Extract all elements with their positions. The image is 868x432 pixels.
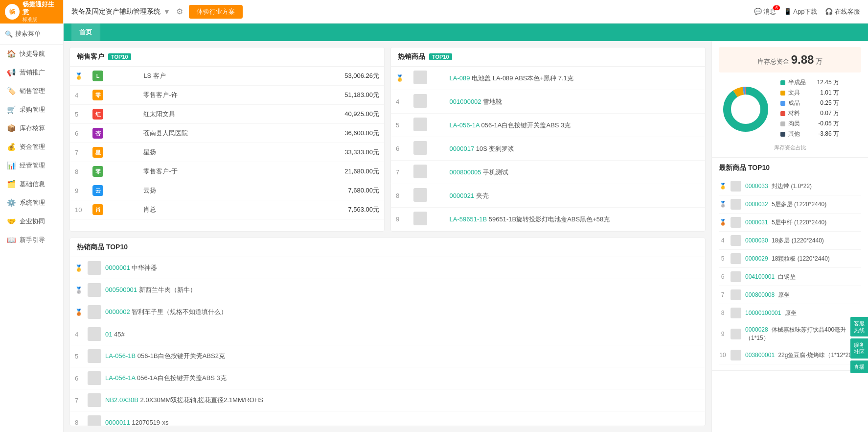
topbar-title: 装备及固定资产辅助管理系统 ▼ [71, 7, 170, 16]
sidebar-item-sales[interactable]: 🏷️ 销售管理 [0, 82, 63, 100]
latest-product-item: 10 003800001 22g鱼豆腐-烧烤味（1*12*20） [719, 346, 861, 364]
legend-value: 0.25 万 [820, 99, 839, 107]
latest-product-item: 9 0000028 体械嘉枝味苏打饮品400毫升（1*15） [719, 322, 861, 346]
sidebar-item-finance[interactable]: 💰 资金管理 [0, 138, 63, 156]
sidebar-item-inventory[interactable]: 📦 库存核算 [0, 119, 63, 138]
product-info: LA-59651-1B 59651-1B旋转投影灯电池盒ABS黑色+58克 [445, 208, 706, 231]
hot-product-item: 7 NB2.0X30B 2.0X30MM双搓花轴,搓花直径2.1MM/ROHS [70, 389, 705, 411]
latest-product-item: 7 000800008 原坐 [719, 286, 861, 304]
sidebar-item-operations[interactable]: 📊 经营管理 [0, 156, 63, 175]
cs-community-btn[interactable]: 服务社区 [850, 338, 868, 359]
right-panel: 库存总资金 9.88 万 [711, 41, 868, 432]
latest-name: 22g鱼豆腐-烧烤味（1*12*20） [778, 352, 858, 359]
product-top10-header: 热销商品 TOP10 [391, 48, 705, 67]
legend-value: 1.01 万 [820, 89, 839, 97]
product-name: 夹壳 [476, 192, 489, 199]
avatar-cell: 肖 [88, 200, 138, 219]
app-download-btn[interactable]: 📱 App下载 [784, 7, 817, 16]
purchase-icon: 🛒 [7, 105, 16, 114]
latest-name: 原坐 [785, 310, 797, 316]
hot-name-text: 中华神器 [132, 264, 157, 271]
customer-row: 5 红 红太阳文具 40,925.00元 [70, 105, 384, 124]
latest-rank: 🥉 [719, 219, 727, 226]
inventory-icon: 📦 [7, 124, 16, 133]
avatar-cell: 星 [88, 143, 138, 162]
hot-rank: 🥉 [75, 309, 84, 316]
customer-amount: 53,006.26元 [274, 67, 384, 86]
hot-products-list: 🥇 0000001 中华神器 🥈 000500001 新西兰牛肉（新牛） 🥉 0… [70, 257, 705, 426]
sidebar-item-system[interactable]: ⚙️ 系统管理 [0, 193, 63, 212]
customer-name: 星扬 [138, 143, 274, 162]
hot-product-item: 🥇 0000001 中华神器 [70, 257, 705, 279]
trial-btn[interactable]: 体验行业方案 [189, 5, 243, 19]
message-btn[interactable]: 💬 6 消息 [754, 7, 777, 16]
latest-rank: 8 [719, 310, 727, 316]
inventory-label: 库存总资金 [757, 58, 789, 65]
cs-hotline-btn[interactable]: 客服热线 [850, 317, 868, 337]
hot-product-image [88, 349, 101, 363]
product-image [413, 94, 427, 108]
customer-avatar: 杏 [92, 128, 103, 139]
nav-tabs: 首页 [64, 24, 868, 41]
sidebar-search[interactable]: 🔍 搜索菜单 [0, 24, 63, 45]
customer-name: 云扬 [138, 181, 274, 200]
settings-icon[interactable]: ⚙ [176, 7, 183, 16]
product-image [413, 141, 427, 155]
avatar-cell: 红 [88, 105, 138, 124]
sidebar-item-purchase[interactable]: 🛒 采购管理 [0, 100, 63, 119]
latest-name: 18颗粒板 (1220*2440) [772, 255, 830, 262]
sidebar-item-marketing[interactable]: 📢 营销推广 [0, 63, 63, 82]
product-info: 0000017 10S 变刹罗浆 [445, 137, 706, 161]
sidebar-item-basic[interactable]: 🗂️ 基础信息 [0, 175, 63, 193]
sidebar-item-cooperation[interactable]: 🤝 企业协同 [0, 212, 63, 231]
operations-icon: 📊 [7, 161, 16, 170]
hot-product-image [88, 283, 101, 297]
product-info: LA-056-1A 056-1A白色按键开关盖ABS 3克 [445, 114, 706, 137]
product-top10-table: 🥇 LA-089 电池盖 LA-089 ABS本色+黑种 7.1克 4 0010… [391, 67, 705, 231]
hot-code: 0000001 [105, 264, 130, 271]
customer-row: 7 星 星扬 33,333.00元 [70, 143, 384, 162]
latest-rank: 7 [719, 291, 727, 298]
hot-name-text: 45# [114, 331, 125, 338]
sidebar-item-label: 采购管理 [20, 105, 45, 114]
hot-product-image [88, 393, 101, 407]
legend-label-text: 材料 [788, 109, 817, 118]
latest-products-title: 最新商品 TOP10 [719, 164, 861, 172]
float-cs: 客服热线 服务社区 直播 [850, 317, 868, 373]
latest-product-info: 0000030 18多层 (1220*2440) [745, 237, 824, 245]
chart-label: 库存资金占比 [719, 144, 861, 151]
customer-amount: 33,333.00元 [274, 143, 384, 162]
dropdown-icon[interactable]: ▼ [163, 8, 170, 16]
legend-label-text: 成品 [788, 99, 817, 107]
hot-product-info: LA-056-1B 056-1B白色按键开关壳ABS2克 [105, 352, 700, 360]
customer-amount: 51,183.00元 [274, 86, 384, 105]
prod-img-cell [409, 137, 445, 161]
product-code: 001000002 [450, 98, 481, 105]
latest-code: 0000030 [745, 237, 768, 244]
latest-product-info: 003800001 22g鱼豆腐-烧烤味（1*12*20） [745, 351, 858, 360]
basic-icon: 🗂️ [7, 180, 16, 189]
latest-rank: 4 [719, 237, 727, 244]
donut-area: 半成品 12.45 万 文具 1.01 万 成品 0.25 万 材料 0.07 … [719, 78, 861, 140]
sidebar-item-quicknav[interactable]: 🏠 快捷导航 [0, 45, 63, 63]
sidebar-item-guide[interactable]: 📖 新手引导 [0, 231, 63, 249]
online-service-btn[interactable]: 🎧 在线客服 [825, 7, 860, 16]
product-top-label: TOP10 [429, 53, 452, 60]
hot-product-item: 5 LA-056-1B 056-1B白色按键开关壳ABS2克 [70, 345, 705, 367]
hot-product-info: LA-056-1A 056-1A白色按键开关盖ABS 3克 [105, 374, 700, 383]
customer-amount: 7,680.00元 [274, 181, 384, 200]
product-name: 手机测试 [483, 168, 508, 176]
latest-product-image [731, 253, 741, 264]
latest-product-info: 000800008 原坐 [745, 291, 790, 299]
latest-name: 5层中纤 (1220*2440) [772, 219, 826, 226]
main-wrapper: 装备及固定资产辅助管理系统 ▼ ⚙ 体验行业方案 💬 6 消息 📱 App下载 … [64, 0, 868, 432]
avatar-cell: 零 [88, 162, 138, 181]
tab-home[interactable]: 首页 [71, 24, 100, 41]
sidebar-item-label: 经营管理 [20, 161, 45, 170]
latest-product-info: 0000031 5层中纤 (1220*2440) [745, 218, 826, 227]
cs-live-btn[interactable]: 直播 [850, 360, 868, 373]
inventory-value: 9.88 [791, 53, 814, 66]
latest-product-image [731, 350, 741, 360]
legend-value: -0.05 万 [818, 120, 839, 128]
search-menu-btn[interactable]: 🔍 搜索菜单 [5, 27, 58, 40]
